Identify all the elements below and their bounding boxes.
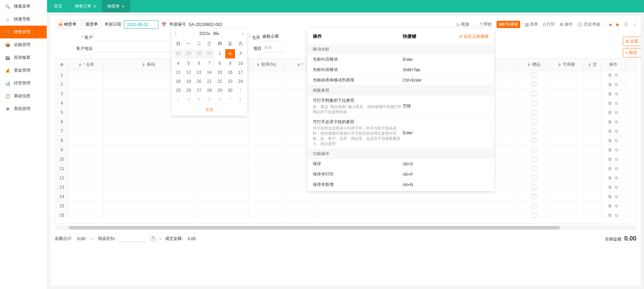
cal-year[interactable]: 2023▾ [199, 31, 210, 36]
copy-icon[interactable]: ⧉ [615, 166, 618, 171]
cal-prev[interactable]: ‹ [175, 31, 176, 36]
checkbox[interactable] [532, 110, 536, 115]
cal-day[interactable]: 今 [225, 49, 235, 58]
cal-day[interactable]: 3 [236, 49, 245, 58]
print-link[interactable]: ⎙打印 [543, 21, 555, 27]
chevron-left-icon[interactable]: ◀ [605, 22, 611, 27]
checkbox[interactable] [532, 138, 536, 143]
cal-day-next[interactable]: 1 [236, 86, 245, 94]
addr-input[interactable] [95, 45, 171, 52]
table-row[interactable]: 15🗑⧉ [55, 201, 636, 211]
checkbox[interactable] [532, 175, 536, 180]
cal-day[interactable]: 26 [184, 86, 193, 94]
delete-icon[interactable]: 🗑 [608, 138, 612, 143]
cal-day[interactable]: 1 [215, 49, 225, 58]
cal-day-next[interactable]: 4 [194, 95, 204, 103]
cal-day[interactable]: 16 [225, 68, 235, 76]
delete-icon[interactable]: 🗑 [608, 73, 612, 78]
discount-input[interactable] [119, 236, 147, 242]
cal-day[interactable]: 30 [225, 86, 235, 94]
cal-day-prev[interactable]: 31 [205, 49, 214, 58]
delete-icon[interactable]: 🗑 [608, 101, 612, 106]
cal-day[interactable]: 5 [184, 59, 193, 67]
cal-day-next[interactable]: 3 [184, 95, 193, 103]
cal-day[interactable]: 17 [236, 68, 245, 76]
checkbox[interactable] [532, 119, 536, 124]
sidebar-item-5[interactable]: 💰资金管理 [0, 64, 47, 77]
sidebar-item-1[interactable]: ⌂快捷导航 [0, 13, 47, 26]
cal-day[interactable]: 25 [173, 86, 183, 94]
video-link[interactable]: ▷视频 [457, 21, 469, 27]
checkbox[interactable] [532, 82, 536, 87]
col-header-8[interactable]: ▲▼可用量 [549, 59, 584, 70]
checkbox[interactable] [532, 157, 536, 162]
cal-day-next[interactable]: 6 [215, 95, 225, 103]
col-header-9[interactable]: ▲▼交 [584, 59, 601, 70]
col-header-4[interactable]: ▲▼税率(%) [249, 59, 283, 70]
cal-day[interactable]: 15 [215, 68, 225, 76]
delete-icon[interactable]: 🗑 [608, 82, 612, 87]
cal-day[interactable]: 29 [215, 86, 225, 94]
sidebar-item-4[interactable]: 🏬库存核算 [0, 51, 47, 64]
checkbox[interactable] [532, 194, 536, 199]
delete-icon[interactable]: 🗑 [608, 91, 612, 96]
cal-day[interactable]: 21 [205, 77, 214, 85]
date-input[interactable]: 2023-06-02 [124, 20, 158, 29]
cal-day[interactable]: 9 [225, 59, 235, 67]
copy-icon[interactable]: ⧉ [615, 157, 618, 162]
sidebar-item-8[interactable]: ⚙系统管理 [0, 102, 47, 115]
tab-0[interactable]: 首页 [47, 0, 69, 12]
copy-icon[interactable]: ⧉ [615, 129, 618, 134]
copy-icon[interactable]: ⧉ [615, 213, 618, 218]
delete-icon[interactable]: 🗑 [608, 157, 612, 162]
close-icon[interactable]: ✕ [93, 4, 96, 8]
sidebar-item-2[interactable]: 🛒销售管理 [0, 26, 47, 38]
sidebar-item-6[interactable]: 📊经营管理 [0, 77, 47, 90]
cal-day[interactable]: 4 [173, 59, 183, 67]
help-link[interactable]: ?帮助 [480, 21, 492, 27]
cal-day[interactable]: 22 [215, 77, 225, 85]
checkbox[interactable] [532, 101, 536, 106]
tab-1[interactable]: 销售订单✕ [69, 0, 102, 12]
op-link[interactable]: ⚙操作 [560, 21, 573, 27]
logistics-button[interactable]: +物流 [623, 48, 641, 57]
cal-day-next[interactable]: 2 [173, 95, 183, 103]
hk-custom-link[interactable]: ⇄自定义快捷键 [459, 34, 489, 39]
customer-input[interactable] [95, 34, 171, 41]
help-icon[interactable]: ? [150, 236, 156, 242]
cal-day[interactable]: 27 [194, 86, 204, 94]
sidebar-item-7[interactable]: 📋基础信息 [0, 90, 47, 102]
horizontal-scrollbar[interactable] [55, 225, 636, 230]
copy-icon[interactable]: ⧉ [615, 73, 618, 78]
cal-day[interactable]: 7 [205, 59, 214, 67]
delete-icon[interactable]: 🗑 [608, 194, 612, 199]
select-link[interactable]: ▤选单 [525, 21, 538, 27]
checkbox[interactable] [532, 185, 536, 190]
col-header-7[interactable]: ▲▼赠品 [519, 59, 549, 70]
cal-day[interactable]: 12 [184, 68, 193, 76]
cal-day[interactable]: 19 [184, 77, 193, 85]
cal-day-prev[interactable]: 29 [184, 49, 193, 58]
delete-icon[interactable]: 🗑 [608, 175, 612, 180]
checkbox[interactable] [532, 166, 536, 171]
cal-day[interactable]: 20 [194, 77, 204, 85]
checkbox[interactable] [532, 147, 536, 152]
radio-sale[interactable]: 销货单 [58, 21, 76, 27]
calendar-icon[interactable]: 📅 [161, 22, 166, 27]
cal-day[interactable]: 6 [194, 59, 204, 67]
chevron-right-icon[interactable]: ▶ [616, 22, 619, 27]
cal-day[interactable]: 13 [194, 68, 204, 76]
copy-icon[interactable]: ⧉ [615, 110, 618, 115]
cal-day-next[interactable]: 8 [236, 95, 245, 103]
project-input[interactable]: 选择... [264, 45, 284, 52]
delete-icon[interactable]: 🗑 [608, 119, 612, 124]
delete-icon[interactable]: 🗑 [608, 110, 612, 115]
cal-next[interactable]: › [242, 31, 244, 36]
close-icon[interactable]: ✕ [122, 4, 125, 8]
checkbox[interactable] [532, 129, 536, 134]
cal-day-next[interactable]: 5 [205, 95, 214, 103]
col-header-1[interactable]: ▲▼* 仓库 [69, 59, 103, 70]
copy-icon[interactable]: ⧉ [615, 82, 618, 87]
copy-icon[interactable]: ⧉ [615, 138, 618, 143]
sidebar-item-0[interactable]: 🔍搜索菜单 [0, 0, 47, 13]
